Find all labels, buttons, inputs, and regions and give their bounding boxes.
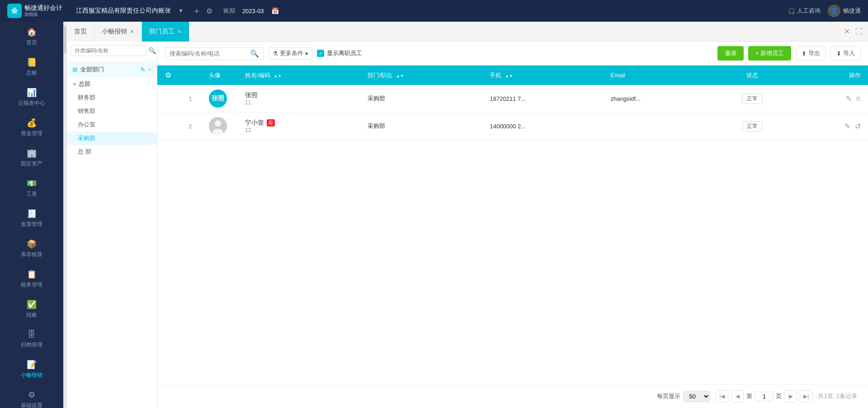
sidebar-item-home[interactable]: 🏠 首页 (0, 22, 63, 52)
cloud-reports-icon: 📊 (27, 88, 37, 98)
sidebar-item-checkout[interactable]: ✅ 结账 (0, 294, 63, 324)
import-icon: ⬇ (836, 50, 841, 57)
import-button[interactable]: ⬇ 导入 (830, 46, 861, 61)
dept-parent-zongbu[interactable]: ▼ 总部 (67, 77, 157, 91)
tab-close-window-icon[interactable]: ✕ (842, 25, 852, 38)
dept-label-sales: 销售部 (78, 108, 95, 114)
svg-point-1 (215, 120, 221, 127)
more-filter-button[interactable]: ⚗ 更多条件 ▾ (269, 47, 312, 60)
calendar-icon[interactable]: 📅 (271, 7, 279, 14)
dept-item-purchase[interactable]: 采购部 (67, 131, 157, 145)
all-departments-item[interactable]: ⊞ 全部部门 ✎ « (67, 62, 157, 77)
row2-refresh-icon[interactable]: ↺ (855, 122, 861, 131)
row2-dept: 采购部 (368, 122, 385, 129)
col-dept-position[interactable]: 部门/职位 ▲▼ (360, 66, 483, 85)
edit-dept-icon[interactable]: ✎ (140, 66, 146, 73)
sidebar-label-xiaochang: 小畅报销 (21, 371, 42, 379)
column-settings-icon[interactable]: ⚙ (165, 71, 171, 79)
sidebar-label-tax: 税务管理 (21, 281, 42, 289)
row1-phone-cell: 18720211 7... (482, 85, 603, 113)
row2-name-code-cell: 宁小壹 应 12 (238, 113, 360, 140)
show-resigned-checkbox[interactable]: ✓ (317, 50, 324, 57)
sidebar-item-ledger[interactable]: 📒 总账 (0, 52, 63, 82)
settings-icon[interactable]: ⚙ (206, 7, 212, 15)
employee-search-input[interactable] (170, 50, 247, 57)
row2-email-cell (604, 113, 710, 140)
row1-gear-cell (157, 85, 179, 113)
current-page-input[interactable] (755, 392, 773, 401)
row1-dept-cell: 采购部 (360, 85, 483, 113)
tab-home[interactable]: 首页 (67, 22, 94, 42)
row1-status-badge: 正常 (742, 94, 763, 104)
tab-actions: ✕ ⛶ (842, 25, 868, 38)
sidebar-item-fund[interactable]: 💰 资金管理 (0, 113, 63, 143)
dept-item-finance[interactable]: 财务部 (67, 91, 157, 104)
sidebar-item-salary[interactable]: 💵 工资 (0, 173, 63, 203)
tab-dept-employee[interactable]: 部门员工 ✕ (142, 22, 189, 42)
expand-arrow-icon: ▼ (72, 82, 77, 87)
next-page-button[interactable]: ▶ (784, 390, 797, 403)
row2-status-badge: 正常 (742, 121, 763, 131)
row2-actions: ✎ ↺ (802, 122, 861, 131)
add-employee-button[interactable]: + 新增员工 (748, 46, 791, 61)
dept-item-office[interactable]: 办公室 (67, 118, 157, 131)
invite-button[interactable]: 邀请 (717, 46, 744, 61)
sidebar-item-invoice[interactable]: 🧾 发票管理 (0, 203, 63, 234)
sidebar-item-tax[interactable]: 📋 税务管理 (0, 264, 63, 294)
col-phone[interactable]: 手机 ▲▼ (482, 66, 603, 85)
add-company-icon[interactable]: ＋ (193, 5, 201, 16)
phone-sort-icons: ▲▼ (505, 74, 513, 78)
employee-search-icon[interactable]: 🔍 (250, 49, 259, 58)
tab-dept-employee-close-icon[interactable]: ✕ (177, 28, 182, 35)
fixed-assets-icon: 🏢 (27, 148, 37, 158)
row1-edit-icon[interactable]: ✎ (846, 94, 852, 103)
sidebar-item-archive[interactable]: 🗄 归档管理 (0, 324, 63, 354)
company-dropdown-icon[interactable]: ▼ (178, 8, 184, 14)
company-selector[interactable]: 江西服宝精品有限责任公司内账张 (76, 7, 171, 15)
export-button[interactable]: ⬆ 导出 (796, 46, 826, 61)
department-panel: 🔍 ⊞ 全部部门 ✎ « ▼ 总部 财务部 (67, 42, 157, 408)
basic-settings-icon: ⚙ (28, 390, 35, 400)
first-page-button[interactable]: |◀ (716, 390, 728, 403)
dept-search-input[interactable] (71, 45, 146, 56)
employee-search-box[interactable]: 🔍 (165, 47, 264, 60)
sidebar-scrollbar[interactable] (63, 22, 67, 408)
tab-maximize-icon[interactable]: ⛶ (854, 26, 864, 38)
row2-app-badge: 应 (267, 119, 275, 127)
row2-emp-name: 宁小壹 (245, 119, 264, 127)
dept-item-zongbu-sub[interactable]: 总 部 (67, 145, 157, 159)
sidebar-item-settings[interactable]: ⚙ 基础设置 (0, 385, 63, 408)
show-resigned-toggle[interactable]: ✓ 显示离职员工 (317, 49, 362, 57)
sidebar-item-cloud-reports[interactable]: 📊 云报表中心 (0, 82, 63, 113)
tab-xiaochang-close-icon[interactable]: ✕ (130, 28, 134, 35)
dept-item-sales[interactable]: 销售部 (67, 104, 157, 118)
page-content: 🔍 ⊞ 全部部门 ✎ « ▼ 总部 财务部 (67, 42, 868, 408)
row2-dept-cell: 采购部 (360, 113, 483, 140)
filter-dropdown-icon: ▾ (305, 50, 308, 57)
prev-page-button[interactable]: ◀ (731, 390, 744, 403)
sidebar-item-xiaochang[interactable]: 📝 小畅报销 (0, 354, 63, 385)
row1-action-cell: ✎ ⎋ (794, 85, 868, 113)
last-page-button[interactable]: ▶| (800, 390, 812, 403)
table-row: 1 张照 张照 11 (157, 85, 868, 113)
tab-xiaochang-expense[interactable]: 小畅报销 ✕ (94, 22, 142, 42)
sidebar-label-fixed-assets: 固定资产 (21, 160, 42, 168)
logo-icon: 会 (7, 4, 22, 18)
period-value[interactable]: 2023-03 (242, 8, 264, 14)
support-button[interactable]: 🎧 人工咨询 (788, 7, 821, 15)
logo-text-area: 畅捷通好会计 旗舰版 (24, 4, 62, 18)
tab-dept-employee-label: 部门员工 (149, 28, 175, 36)
collapse-icon[interactable]: « (148, 66, 151, 73)
sidebar-label-checkout: 结账 (26, 311, 37, 319)
dept-search-icon[interactable]: 🔍 (148, 47, 156, 54)
col-name-code[interactable]: 姓名/编码 ▲▼ (238, 66, 360, 85)
col-status: 状态 (710, 66, 794, 85)
row2-edit-icon[interactable]: ✎ (844, 122, 850, 131)
row1-logout-icon[interactable]: ⎋ (856, 94, 861, 103)
sidebar-item-inventory[interactable]: 📦 库存核算 (0, 234, 63, 264)
sidebar-label-cloud-reports: 云报表中心 (18, 99, 45, 107)
sidebar-item-fixed-assets[interactable]: 🏢 固定资产 (0, 143, 63, 173)
sidebar-label-fund: 资金管理 (21, 130, 42, 137)
per-page-select-input[interactable]: 50 20 100 (683, 391, 710, 402)
user-area[interactable]: 👤 畅捷通 (828, 5, 861, 17)
